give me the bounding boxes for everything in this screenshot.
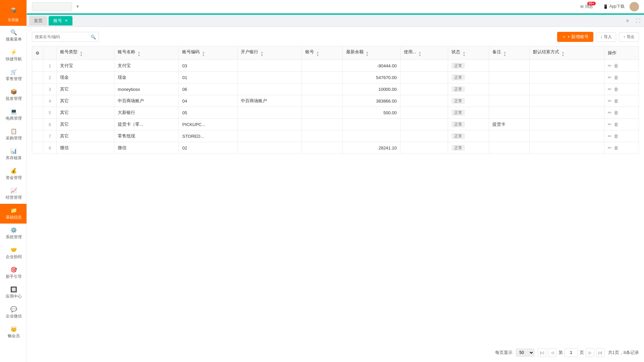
add-icon: ＋	[562, 34, 566, 40]
cell-account-no	[302, 142, 343, 154]
delete-icon[interactable]: 🗑	[614, 133, 619, 139]
delete-icon[interactable]: 🗑	[614, 75, 619, 80]
cell-default-settlement	[530, 130, 604, 142]
sidebar-item-fund-mgmt[interactable]: 💰 资金管理	[0, 164, 26, 184]
th-account-name-label: 账号名称	[118, 49, 135, 54]
next-page-btn[interactable]: ▷	[586, 348, 594, 357]
cell-remarks	[489, 130, 530, 142]
delete-icon[interactable]: 🗑	[614, 63, 619, 68]
sidebar-item-label: 库存核算	[6, 155, 22, 161]
prev-page-btn[interactable]: ◁	[548, 348, 557, 357]
app-download-button[interactable]: 📱 App下载	[603, 4, 625, 9]
top-header: ▼ ✉ 消息 99+ 📱 App下载	[27, 0, 644, 13]
th-default-settlement[interactable]: 默认结算方式 ▲▼	[530, 46, 604, 60]
th-usage[interactable]: 使用... ▲▼	[400, 46, 448, 60]
sidebar-item-purchase-mgmt[interactable]: 📋 采购管理	[0, 125, 26, 144]
sidebar-item-retail-mgmt[interactable]: 🛒 零售管理	[0, 65, 26, 85]
cell-remarks	[489, 60, 530, 72]
sidebar-item-system-mgmt[interactable]: ⚙️ 系统管理	[0, 224, 26, 243]
sidebar-item-vip-member[interactable]: 👑 畅会员	[0, 322, 26, 342]
sidebar-item-basic-info[interactable]: 📁 基础信息	[0, 204, 26, 224]
expand-btn[interactable]: ⛶	[634, 16, 642, 25]
close-tab-btn[interactable]: ✕	[623, 16, 632, 25]
sort-icons: ▲▼	[260, 51, 263, 57]
sidebar-item-label: 畅会员	[8, 333, 20, 339]
search-input[interactable]	[35, 35, 91, 39]
delete-icon[interactable]: 🗑	[614, 122, 619, 127]
sidebar-item-enterprise-agreement[interactable]: 🤝 企业协同	[0, 243, 26, 263]
cell-actions: ✏ 🗑	[604, 60, 639, 72]
cell-account-type: 支付宝	[57, 60, 114, 72]
search-icon[interactable]: 🔍	[91, 35, 96, 40]
last-page-btn[interactable]: ▷|	[596, 348, 605, 357]
export-button[interactable]: ↑ 导出	[619, 32, 639, 42]
cell-usage	[400, 130, 448, 142]
cell-default-settlement	[530, 142, 604, 154]
delete-icon[interactable]: 🗑	[614, 145, 619, 150]
delete-icon[interactable]: 🗑	[614, 86, 619, 92]
cell-status: 正常	[448, 119, 489, 130]
sidebar-item-ecommerce-mgmt[interactable]: 💻 电商管理	[0, 105, 26, 125]
sidebar-item-quick-nav[interactable]: ⚡ 快捷导航	[0, 46, 26, 65]
cell-open-bank	[237, 60, 302, 72]
tab-account[interactable]: 账号 ✕	[49, 16, 72, 25]
tab-home[interactable]: 首页	[29, 16, 47, 25]
svg-text:📦: 📦	[10, 7, 17, 13]
cell-gear	[32, 119, 43, 130]
tab-home-label: 首页	[34, 18, 43, 24]
cell-actions: ✏ 🗑	[604, 119, 639, 130]
th-account-name[interactable]: 账号名称 ▲▼	[114, 46, 179, 60]
th-status[interactable]: 状态 ▲▼	[448, 46, 489, 60]
cell-num: 7	[43, 130, 57, 142]
add-account-button[interactable]: ＋ + 新增账号	[557, 32, 593, 42]
sidebar-item-label: 应用中心	[6, 294, 22, 299]
fund-mgmt-icon: 💰	[10, 168, 17, 174]
cell-account-code: PICKUPC...	[179, 119, 237, 130]
edit-icon[interactable]: ✏	[608, 145, 612, 150]
sidebar-item-wholesale-mgmt[interactable]: 📦 批发管理	[0, 85, 26, 105]
edit-icon[interactable]: ✏	[608, 122, 612, 127]
th-account-type[interactable]: 账号类型 ▲▼	[57, 46, 114, 60]
total-label: 共1页，8条记录	[608, 350, 639, 356]
edit-icon[interactable]: ✏	[608, 86, 612, 92]
cell-latest-balance: 28241.10	[342, 142, 400, 154]
sidebar-item-enterprise-wechat[interactable]: 💬 企业微信	[0, 303, 26, 322]
th-remarks[interactable]: 备注 ▲▼	[489, 46, 530, 60]
cell-account-name: 中百商场账户	[114, 95, 179, 107]
cell-open-bank: 中百商场账户	[237, 95, 302, 107]
import-button[interactable]: ↓ 导入	[596, 32, 616, 42]
sidebar-item-new-guide[interactable]: 🎯 新手引导	[0, 263, 26, 283]
delete-icon[interactable]: 🗑	[614, 110, 619, 115]
page-size-select[interactable]: 50 20 100	[516, 349, 534, 357]
edit-icon[interactable]: ✏	[608, 98, 612, 104]
page-number-input[interactable]	[565, 348, 578, 357]
cell-actions: ✏ 🗑	[604, 107, 639, 119]
th-latest-balance[interactable]: 最新余额 ▲▼	[342, 46, 400, 60]
sidebar-item-label: 基础信息	[6, 215, 22, 220]
sidebar-item-app-center[interactable]: 🔲 应用中心	[0, 283, 26, 303]
import-label: 导入	[604, 34, 612, 40]
sidebar-item-inventory[interactable]: 📊 库存核算	[0, 144, 26, 164]
app-download-icon: 📱	[603, 4, 608, 9]
th-account-code[interactable]: 账号编码 ▲▼	[179, 46, 237, 60]
edit-icon[interactable]: ✏	[608, 133, 612, 139]
th-account-no[interactable]: 账号 ▲▼	[302, 46, 343, 60]
delete-icon[interactable]: 🗑	[614, 98, 619, 104]
edit-icon[interactable]: ✏	[608, 75, 612, 80]
table-row: 1 支付宝 支付宝 03 -90444.00 正常 ✏ 🗑	[32, 60, 639, 72]
first-page-btn[interactable]: |◁	[538, 348, 546, 357]
th-open-bank[interactable]: 开户银行 ▲▼	[237, 46, 302, 60]
dropdown-icon[interactable]: ▼	[75, 4, 80, 9]
top-search-input[interactable]	[32, 2, 72, 11]
tab-close-icon[interactable]: ✕	[65, 18, 68, 23]
message-button[interactable]: ✉ 消息 99+	[580, 4, 593, 9]
cell-account-name: 现金	[114, 72, 179, 83]
user-avatar[interactable]	[630, 2, 639, 11]
th-status-label: 状态	[451, 49, 460, 54]
cell-account-type: 微信	[57, 142, 114, 154]
edit-icon[interactable]: ✏	[608, 110, 612, 115]
sidebar-item-operations-mgmt[interactable]: 📈 经营管理	[0, 184, 26, 204]
edit-icon[interactable]: ✏	[608, 63, 612, 68]
sidebar-item-search-menu[interactable]: 🔍 搜索菜单	[0, 26, 26, 46]
th-gear[interactable]: ⚙	[32, 46, 43, 60]
